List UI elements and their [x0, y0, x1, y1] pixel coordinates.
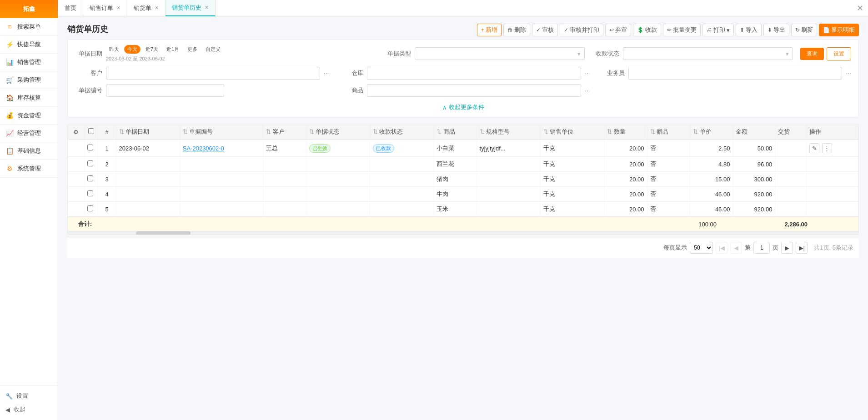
tab-home[interactable]: 首页	[58, 0, 83, 16]
collapse-filter-btn[interactable]: ∧ 收起更多条件	[75, 101, 851, 111]
sidebar-item-system-mgmt[interactable]: ⚙ 系统管理	[0, 160, 58, 178]
col-customer[interactable]: ⇅ 客户	[263, 124, 306, 140]
sidebar-item-search-menu[interactable]: ≡ 搜索菜单	[0, 18, 58, 36]
sidebar-item-inventory[interactable]: 🏠 库存核算	[0, 89, 58, 107]
query-button[interactable]: 查询	[800, 48, 824, 60]
col-operation: 操作	[807, 124, 858, 140]
col-spec-type[interactable]: ⇅ 规格型号	[477, 124, 540, 140]
per-page-select[interactable]: 50 100 200	[690, 242, 713, 254]
next-page-btn[interactable]: ▶	[781, 242, 793, 254]
print-button[interactable]: 🖨 打印 ▾	[702, 24, 734, 36]
sidebar-item-purchase-mgmt[interactable]: 🛒 采购管理	[0, 71, 58, 89]
row4-check[interactable]	[87, 190, 93, 196]
export-button[interactable]: ⬇ 导出	[763, 24, 789, 36]
scrollbar-thumb[interactable]	[136, 231, 191, 235]
content-area: 销货单历史 + 新增 🗑 删除 ✓ 审核 ✓ 审核并打印	[58, 16, 868, 420]
sidebar-item-quick-nav[interactable]: ⚡ 快捷导航	[0, 36, 58, 54]
col-unit-price[interactable]: ⇅ 单价	[690, 124, 733, 140]
new-button[interactable]: + 新增	[477, 24, 502, 36]
date-tag-yesterday[interactable]: 昨天	[106, 45, 122, 54]
last-page-btn[interactable]: ▶|	[796, 242, 808, 254]
tab-sales-delivery[interactable]: 销货单 ✕	[127, 0, 166, 16]
row1-amount: 50.00	[733, 140, 775, 157]
tab-sales-order-close[interactable]: ✕	[116, 5, 120, 11]
date-tag-more[interactable]: 更多	[184, 45, 201, 54]
sidebar-collapse-btn[interactable]: ◀ 收起	[0, 403, 58, 416]
batch-change-button[interactable]: ✏ 批量变更	[663, 24, 701, 36]
prev-page-btn[interactable]: ◀	[730, 242, 742, 254]
collect-button[interactable]: 💲 收款	[633, 24, 661, 36]
query-settings-group: 查询 设置	[800, 47, 851, 60]
sidebar-item-operations[interactable]: 📈 经营管理	[0, 125, 58, 142]
date-tag-1month[interactable]: 近1月	[163, 45, 182, 54]
tab-sales-history-close[interactable]: ✕	[205, 5, 209, 10]
approve-button[interactable]: ✓ 审核	[532, 24, 558, 36]
tab-close-all[interactable]: ✕	[857, 3, 868, 13]
col-doc-status[interactable]: ⇅ 单据状态	[306, 124, 370, 140]
show-detail-button[interactable]: 📄 显示明细	[819, 24, 859, 36]
scrollbar-area[interactable]	[68, 231, 858, 235]
page-number-input[interactable]	[753, 242, 770, 254]
customer-input[interactable]	[106, 67, 320, 80]
sidebar-item-basic-info[interactable]: 📋 基础信息	[0, 142, 58, 160]
date-tag-custom[interactable]: 自定义	[202, 45, 224, 54]
delete-button[interactable]: 🗑 删除	[503, 24, 530, 36]
product-input[interactable]	[367, 84, 581, 97]
first-page-btn[interactable]: |◀	[716, 242, 728, 254]
col-payment-status[interactable]: ⇅ 收款状态	[370, 124, 433, 140]
col-sales-unit[interactable]: ⇅ 销售单位	[540, 124, 604, 140]
row1-doc-number-link[interactable]: SA-20230602-0	[183, 145, 224, 152]
approve-print-button[interactable]: ✓ 审核并打印	[560, 24, 603, 36]
approve-print-icon: ✓	[564, 27, 568, 33]
sales-person-more-icon[interactable]: ···	[846, 70, 851, 77]
warehouse-input[interactable]	[367, 67, 581, 80]
tab-sales-history[interactable]: 销货单历史 ✕	[166, 0, 216, 16]
customer-label: 客户	[75, 69, 102, 77]
col-doc-date[interactable]: ⇅ 单据日期	[116, 124, 180, 140]
col-doc-number[interactable]: ⇅ 单据编号	[180, 124, 263, 140]
settings-button[interactable]: 设置	[827, 47, 851, 60]
row3-check[interactable]	[87, 175, 93, 181]
select-all-checkbox[interactable]	[88, 128, 94, 134]
row2-check[interactable]	[87, 160, 93, 166]
row4-product: 牛肉	[434, 187, 477, 202]
footer-total-amount: 2,286.00	[760, 221, 815, 228]
row5-check[interactable]	[87, 205, 93, 211]
sidebar-item-finance[interactable]: 💰 资金管理	[0, 107, 58, 125]
sidebar-settings-btn[interactable]: 🔧 设置	[0, 389, 58, 403]
row1-edit-btn[interactable]: ✎	[809, 143, 819, 153]
col-gift[interactable]: ⇅ 赠品	[647, 124, 690, 140]
tab-sales-delivery-close[interactable]: ✕	[155, 5, 159, 11]
sort-icon-11: ⇅	[693, 128, 698, 135]
date-tag-7days[interactable]: 近7天	[142, 45, 161, 54]
sort-icon-6: ⇅	[437, 128, 442, 135]
product-more-icon[interactable]: ···	[585, 87, 590, 94]
sidebar-item-sales-mgmt[interactable]: 📊 销售管理	[0, 54, 58, 71]
product-label: 商品	[336, 86, 363, 95]
row1-more-btn[interactable]: ⋮	[822, 143, 832, 153]
row1-customer: 王总	[263, 140, 306, 157]
row1-check[interactable]	[87, 145, 93, 150]
abandon-button[interactable]: ↩ 弃审	[605, 24, 631, 36]
refresh-button[interactable]: ↻ 刷新	[791, 24, 817, 36]
sales-person-label: 业务员	[597, 69, 625, 77]
sidebar-logo: 拓鑫	[0, 0, 58, 18]
sort-icon: ⇅	[119, 128, 124, 135]
col-settings[interactable]: ⚙	[68, 124, 84, 140]
sales-person-input[interactable]	[628, 67, 843, 80]
inventory-icon: 🏠	[5, 94, 14, 101]
customer-more-icon[interactable]: ···	[324, 70, 329, 77]
doc-number-input[interactable]	[106, 84, 224, 97]
payment-status-select[interactable]: ▾	[623, 47, 793, 60]
col-product[interactable]: ⇅ 商品	[434, 124, 477, 140]
date-tag-today[interactable]: 今天	[124, 45, 140, 54]
filter-row-2: 客户 ··· 仓库 ··· 业务员 ···	[75, 67, 851, 80]
payment-status-label: 收款状态	[592, 50, 619, 58]
warehouse-more-icon[interactable]: ···	[585, 70, 590, 77]
filter-sales-person-item: 业务员 ···	[597, 67, 851, 80]
import-button[interactable]: ⬆ 导入	[736, 24, 762, 36]
sort-icon-4: ⇅	[309, 128, 314, 135]
tab-sales-order[interactable]: 销售订单 ✕	[83, 0, 127, 16]
doc-type-select[interactable]: ▾	[415, 47, 585, 60]
col-quantity[interactable]: ⇅ 数量	[604, 124, 647, 140]
